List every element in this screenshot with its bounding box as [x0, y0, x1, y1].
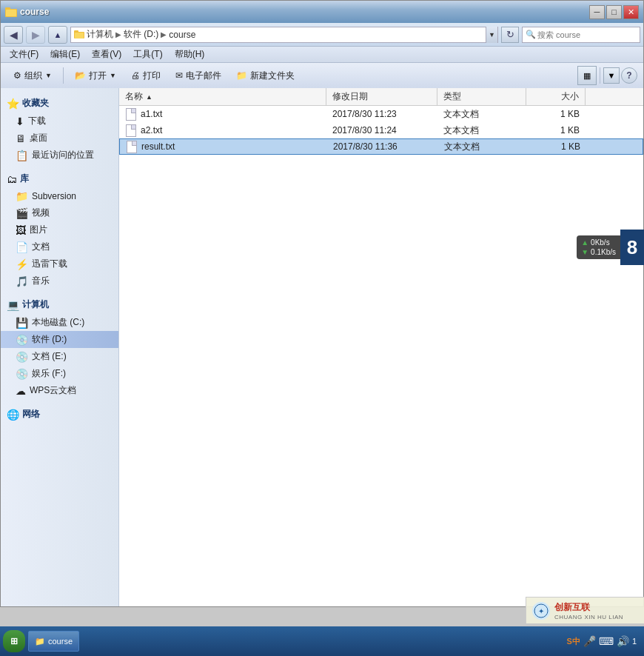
address-path-part2[interactable]: 软件 (D:)	[124, 28, 158, 41]
sidebar-item-download[interactable]: ⬇ 下载	[1, 113, 118, 130]
watermark-brand: 创新互联	[554, 601, 623, 614]
sidebar-item-drive-f[interactable]: 💿 娱乐 (F:)	[1, 365, 118, 382]
address-bar: ◀ ▶ ▲ 计算机 ▶ 软件 (D:) ▶ course ▼ ↻ 🔍	[1, 23, 643, 47]
separator2	[600, 67, 600, 84]
start-button[interactable]: ⊞	[3, 630, 25, 652]
menu-tools[interactable]: 工具(T)	[127, 47, 168, 62]
window-title: course	[20, 7, 49, 17]
watermark-subtext: CHUANG XIN HU LIAN	[554, 614, 623, 620]
file-date-a1: 2017/8/30 11:23	[326, 106, 437, 122]
print-button[interactable]: 🖨 打印	[124, 65, 167, 86]
menu-help[interactable]: 帮助(H)	[169, 47, 211, 62]
sort-arrow: ▲	[146, 93, 152, 101]
explorer-window: course ─ □ ✕ ◀ ▶ ▲ 计算机 ▶ 软件 (D:) ▶ cours…	[0, 0, 644, 607]
organize-button[interactable]: ⚙ 组织 ▼	[7, 65, 58, 86]
search-input[interactable]	[537, 30, 640, 39]
sidebar-item-wps-cloud[interactable]: ☁ WPS云文档	[1, 382, 118, 399]
file-size-a1: 1 KB	[526, 106, 586, 122]
sidebar-item-video[interactable]: 🎬 视频	[1, 204, 118, 221]
file-list: a1.txt 2017/8/30 11:23 文本文档 1 KB a2.txt …	[119, 106, 643, 606]
open-button[interactable]: 📂 打开 ▼	[68, 65, 123, 86]
svg-rect-2	[6, 10, 16, 16]
title-bar: course ─ □ ✕	[1, 1, 643, 23]
search-glass-icon: 🔍	[526, 30, 536, 39]
table-row[interactable]: a2.txt 2017/8/30 11:24 文本文档 1 KB	[119, 122, 643, 138]
menu-edit[interactable]: 编辑(E)	[44, 47, 86, 62]
system-tray: S中 🎤 ⌨ 🔊 1	[563, 635, 641, 647]
forward-button[interactable]: ▶	[26, 26, 45, 44]
sidebar-item-xunlei[interactable]: ⚡ 迅雷下载	[1, 255, 118, 272]
file-name-a2: a2.txt	[119, 122, 326, 138]
pictures-icon: 🖼	[16, 224, 26, 236]
sidebar-section-network: 🌐 网络	[1, 405, 118, 424]
address-dropdown[interactable]: ▼	[486, 27, 497, 43]
back-button[interactable]: ◀	[4, 26, 23, 44]
sidebar-item-recent[interactable]: 📋 最近访问的位置	[1, 147, 118, 164]
network-header[interactable]: 🌐 网络	[1, 405, 118, 424]
menu-bar: 文件(F) 编辑(E) 查看(V) 工具(T) 帮助(H)	[1, 47, 643, 63]
tray-volume-icon[interactable]: 🔊	[617, 635, 629, 647]
new-folder-button[interactable]: 📁 新建文件夹	[229, 65, 301, 86]
table-row[interactable]: result.txt 2017/8/30 11:36 文本文档 1 KB	[119, 138, 643, 155]
sidebar-item-drive-c[interactable]: 💾 本地磁盘 (C:)	[1, 314, 118, 331]
view-toggle-button[interactable]: ▦	[577, 66, 597, 85]
speed-upload: ▲ 0Kb/s	[581, 238, 616, 247]
address-path-part3[interactable]: course	[169, 30, 195, 40]
open-icon: 📂	[75, 70, 86, 81]
watermark-text-block: 创新互联 CHUANG XIN HU LIAN	[554, 601, 623, 620]
title-buttons: ─ □ ✕	[589, 5, 639, 19]
file-icon-a2	[125, 124, 137, 137]
documents-icon: 📄	[16, 241, 28, 253]
file-date-a2: 2017/8/30 11:24	[326, 122, 437, 138]
tray-keyboard-icon[interactable]: ⌨	[599, 635, 614, 647]
file-type-result: 文本文档	[438, 139, 527, 154]
music-icon: 🎵	[16, 275, 28, 287]
library-header[interactable]: 🗂 库	[1, 170, 118, 188]
computer-header[interactable]: 💻 计算机	[1, 295, 118, 314]
minimize-button[interactable]: ─	[589, 5, 605, 19]
view-options-button[interactable]: ▼	[603, 67, 620, 84]
file-name-result: result.txt	[120, 139, 327, 154]
sidebar-item-subversion[interactable]: 📁 Subversion	[1, 188, 118, 204]
sidebar-item-music[interactable]: 🎵 音乐	[1, 272, 118, 289]
new-folder-icon: 📁	[236, 70, 247, 81]
col-header-name[interactable]: 名称 ▲	[119, 88, 326, 105]
col-header-date[interactable]: 修改日期	[326, 88, 437, 105]
sidebar-item-documents[interactable]: 📄 文档	[1, 238, 118, 255]
tray-mic-icon[interactable]: 🎤	[583, 635, 596, 647]
col-header-type[interactable]: 类型	[437, 88, 526, 105]
file-icon-result	[126, 140, 138, 153]
clock-time: 1	[632, 637, 637, 646]
organize-dropdown-icon: ▼	[45, 72, 52, 79]
address-path-part1[interactable]: 计算机	[87, 28, 113, 41]
sidebar: ⭐ 收藏夹 ⬇ 下载 🖥 桌面 📋 最近访问的位置	[1, 88, 119, 606]
file-type-a1: 文本文档	[437, 106, 526, 122]
menu-file[interactable]: 文件(F)	[4, 47, 44, 62]
speed-widget: ▲ 0Kb/s ▼ 0.1Kb/s	[577, 235, 620, 259]
favorites-header[interactable]: ⭐ 收藏夹	[1, 94, 118, 113]
sidebar-item-drive-e[interactable]: 💿 文档 (E:)	[1, 348, 118, 365]
close-button[interactable]: ✕	[623, 5, 639, 19]
col-header-size[interactable]: 大小	[526, 88, 586, 105]
help-button[interactable]: ?	[621, 67, 637, 84]
desktop-icon: 🖥	[16, 133, 26, 144]
up-button[interactable]: ▲	[48, 26, 67, 44]
menu-view[interactable]: 查看(V)	[86, 47, 127, 62]
sidebar-item-desktop[interactable]: 🖥 桌面	[1, 130, 118, 147]
main-area: ⭐ 收藏夹 ⬇ 下载 🖥 桌面 📋 最近访问的位置	[1, 88, 643, 606]
folder-icon-address	[74, 30, 84, 39]
refresh-button[interactable]: ↻	[501, 27, 519, 43]
library-icon: 🗂	[7, 173, 17, 185]
sidebar-section-favorites: ⭐ 收藏夹 ⬇ 下载 🖥 桌面 📋 最近访问的位置	[1, 94, 118, 164]
maximize-button[interactable]: □	[606, 5, 622, 19]
drive-f-icon: 💿	[16, 368, 28, 380]
taskbar-explorer-item[interactable]: 📁 course	[28, 631, 79, 652]
taskbar-items: 📁 course	[28, 631, 560, 652]
svg-rect-5	[75, 33, 84, 39]
email-button[interactable]: ✉ 电子邮件	[169, 65, 228, 86]
search-container: 🔍	[522, 27, 640, 43]
sidebar-item-drive-d[interactable]: 💿 软件 (D:)	[1, 331, 118, 348]
sidebar-item-pictures[interactable]: 🖼 图片	[1, 221, 118, 238]
table-row[interactable]: a1.txt 2017/8/30 11:23 文本文档 1 KB	[119, 106, 643, 122]
tray-sougou-icon[interactable]: S中	[567, 636, 580, 647]
